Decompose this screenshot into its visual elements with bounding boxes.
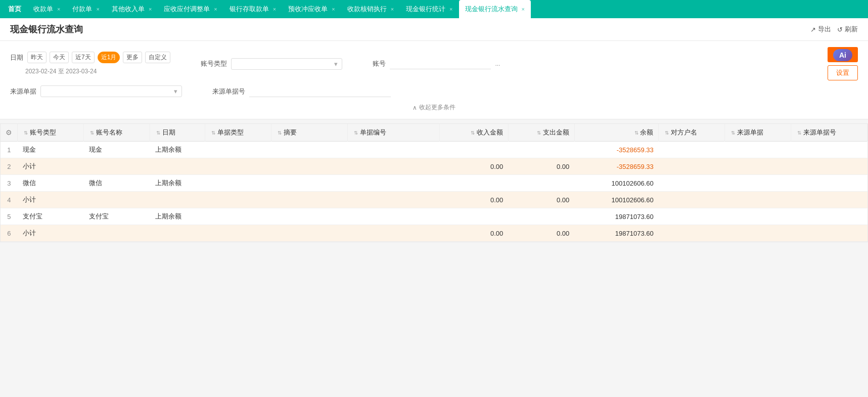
data-table: ⚙ ⇅ 账号类型 ⇅ 账号名称 ⇅ 日期 ⇅ 单据类型 ⇅ 摘要 xyxy=(1,124,867,242)
cell-doc-no xyxy=(348,192,440,208)
cell-account-name: 现金 xyxy=(84,142,150,158)
cell-source-doc xyxy=(725,208,791,225)
filter-area: 日期 昨天 今天 近7天 近1月 更多 自定义 2023-02-24 至 202… xyxy=(0,41,868,119)
nav-tab-6[interactable]: 预收冲应收单 × xyxy=(282,0,341,18)
col-account-type[interactable]: ⇅ 账号类型 xyxy=(18,124,84,142)
date-btn-custom[interactable]: 自定义 xyxy=(145,52,170,63)
collapse-bar[interactable]: ∧ 收起更多条件 xyxy=(10,101,858,113)
chevron-down-icon: ▾ xyxy=(334,60,338,68)
cell-summary xyxy=(271,158,347,175)
cell-doc-type xyxy=(205,192,271,208)
settings-col-header[interactable]: ⚙ xyxy=(1,124,18,142)
nav-tab-9[interactable]: 现金银行流水查询 × xyxy=(459,0,531,18)
table-container: ⚙ ⇅ 账号类型 ⇅ 账号名称 ⇅ 日期 ⇅ 单据类型 ⇅ 摘要 xyxy=(0,123,868,242)
nav-tab-4[interactable]: 应收应付调整单 × xyxy=(158,0,223,18)
refresh-button[interactable]: ↺ 刷新 xyxy=(837,25,858,34)
cell-source-doc xyxy=(725,175,791,192)
date-range-display: 2023-02-24 至 2023-03-24 xyxy=(25,68,97,75)
col-doc-type[interactable]: ⇅ 单据类型 xyxy=(205,124,271,142)
cell-account-name xyxy=(84,158,150,175)
cell-income: 0.00 xyxy=(439,158,508,175)
cell-date xyxy=(150,158,205,175)
table-row: 6小计0.000.0019871073.60 xyxy=(1,225,867,242)
cell-doc-no xyxy=(348,208,440,225)
date-btn-more[interactable]: 更多 xyxy=(123,52,142,63)
row-number: 6 xyxy=(1,225,18,242)
col-balance[interactable]: ⇅ 余额 xyxy=(574,124,658,142)
cell-counterpart xyxy=(659,192,725,208)
cell-income: 0.00 xyxy=(439,225,508,242)
cell-source-doc-no xyxy=(791,192,867,208)
cell-account-type: 小计 xyxy=(18,158,84,175)
close-tab-8[interactable]: × xyxy=(449,0,452,18)
col-counterpart[interactable]: ⇅ 对方户名 xyxy=(659,124,725,142)
table-row: 3微信微信上期余额100102606.60 xyxy=(1,175,867,192)
account-more-btn[interactable]: ... xyxy=(495,60,500,67)
cell-summary xyxy=(271,225,347,242)
cell-summary xyxy=(271,192,347,208)
col-income[interactable]: ⇅ 收入金额 xyxy=(439,124,508,142)
cell-doc-type xyxy=(205,142,271,158)
close-tab-6[interactable]: × xyxy=(332,0,335,18)
cell-expense: 0.00 xyxy=(508,158,574,175)
close-tab-4[interactable]: × xyxy=(214,0,217,18)
col-source-doc-no[interactable]: ⇅ 来源单据号 xyxy=(791,124,867,142)
col-source-doc[interactable]: ⇅ 来源单据 xyxy=(725,124,791,142)
nav-home[interactable]: 首页 xyxy=(2,0,27,18)
cell-income: 0.00 xyxy=(439,192,508,208)
col-account-name[interactable]: ⇅ 账号名称 xyxy=(84,124,150,142)
filter-row-1: 日期 昨天 今天 近7天 近1月 更多 自定义 2023-02-24 至 202… xyxy=(10,47,858,80)
source-doc-select[interactable]: ▾ xyxy=(40,85,182,97)
nav-tab-3[interactable]: 其他收入单 × xyxy=(106,0,158,18)
source-doc-label: 来源单据 xyxy=(10,87,36,96)
header-actions: ↗ 导出 ↺ 刷新 xyxy=(810,25,858,34)
cell-balance: -3528659.33 xyxy=(574,158,658,175)
cell-doc-type xyxy=(205,208,271,225)
col-summary[interactable]: ⇅ 摘要 xyxy=(271,124,347,142)
top-nav: 首页 收款单 × 付款单 × 其他收入单 × 应收应付调整单 × 银行存取款单 … xyxy=(0,0,868,18)
nav-tab-7[interactable]: 收款核销执行 × xyxy=(341,0,400,18)
close-tab-2[interactable]: × xyxy=(96,0,99,18)
settings-button[interactable]: 设置 xyxy=(828,65,858,80)
table-settings-icon[interactable]: ⚙ xyxy=(6,128,12,137)
col-expense[interactable]: ⇅ 支出金额 xyxy=(508,124,574,142)
source-doc-no-label: 来源单据号 xyxy=(212,87,245,96)
export-button[interactable]: ↗ 导出 xyxy=(810,25,831,34)
date-btn-today[interactable]: 今天 xyxy=(50,52,69,63)
cell-summary xyxy=(271,208,347,225)
col-date[interactable]: ⇅ 日期 xyxy=(150,124,205,142)
cell-source-doc xyxy=(725,158,791,175)
cell-income xyxy=(439,208,508,225)
cell-expense xyxy=(508,208,574,225)
nav-tab-2[interactable]: 付款单 × xyxy=(66,0,105,18)
close-tab-7[interactable]: × xyxy=(391,0,394,18)
close-tab-1[interactable]: × xyxy=(57,0,60,18)
cell-doc-type xyxy=(205,225,271,242)
date-btn-yesterday[interactable]: 昨天 xyxy=(27,52,47,63)
close-tab-9[interactable]: × xyxy=(522,0,525,18)
source-doc-no-input[interactable] xyxy=(249,86,391,97)
cell-counterpart xyxy=(659,158,725,175)
table-row: 1现金现金上期余额-3528659.33 xyxy=(1,142,867,158)
cell-date: 上期余额 xyxy=(150,142,205,158)
table-body: 1现金现金上期余额-3528659.332小计0.000.00-3528659.… xyxy=(1,142,867,242)
cell-account-type: 支付宝 xyxy=(18,208,84,225)
account-input[interactable] xyxy=(390,58,491,69)
ai-badge[interactable]: Ai xyxy=(833,49,852,61)
account-type-select[interactable]: ▾ xyxy=(231,58,342,70)
col-doc-no[interactable]: ⇅ 单据编号 xyxy=(348,124,440,142)
collapse-up-icon: ∧ xyxy=(413,104,417,111)
cell-counterpart xyxy=(659,225,725,242)
date-btn-1month[interactable]: 近1月 xyxy=(98,52,120,63)
date-btn-7days[interactable]: 近7天 xyxy=(72,52,95,63)
nav-tab-1[interactable]: 收款单 × xyxy=(27,0,66,18)
account-label: 账号 xyxy=(373,59,386,68)
account-type-label: 账号类型 xyxy=(201,59,227,68)
nav-tab-8[interactable]: 现金银行统计 × xyxy=(400,0,459,18)
cell-account-type: 现金 xyxy=(18,142,84,158)
close-tab-3[interactable]: × xyxy=(149,0,152,18)
source-doc-chevron-icon: ▾ xyxy=(174,87,177,95)
nav-tab-5[interactable]: 银行存取款单 × xyxy=(223,0,282,18)
close-tab-5[interactable]: × xyxy=(273,0,276,18)
table-row: 2小计0.000.00-3528659.33 xyxy=(1,158,867,175)
